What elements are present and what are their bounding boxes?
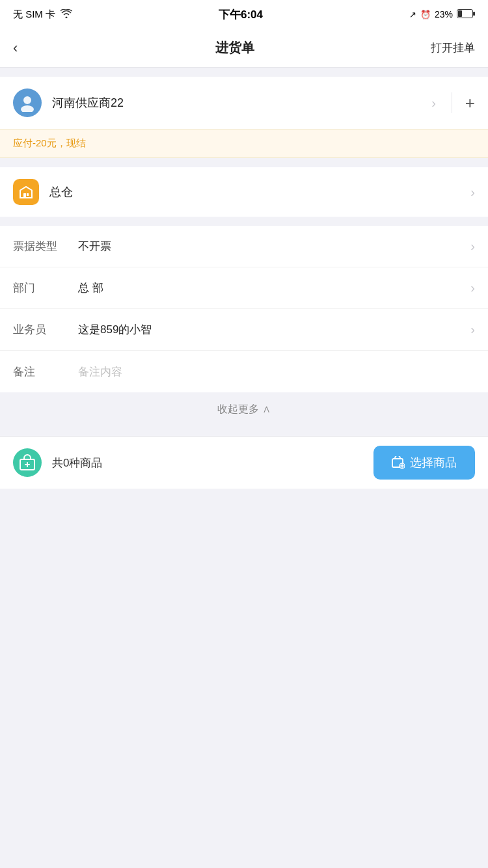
warehouse-icon-wrap (13, 179, 39, 205)
svg-point-3 (23, 96, 31, 104)
form-fields-section: 票据类型 不开票 › 部门 总 部 › 业务员 这是859的小智 › 备注 备注… (0, 226, 488, 392)
section-gap-2 (0, 158, 488, 167)
svg-rect-6 (27, 193, 29, 196)
section-gap-4 (0, 427, 488, 436)
status-time: 下午6:04 (219, 7, 263, 22)
battery-icon (457, 9, 475, 20)
sales-rep-row[interactable]: 业务员 这是859的小智 › (0, 309, 488, 351)
section-gap-3 (0, 217, 488, 226)
supplier-section: 河南供应商22 › + 应付-20元，现结 (0, 77, 488, 158)
supplier-avatar (13, 88, 42, 117)
back-button[interactable]: ‹ (13, 40, 39, 57)
department-row[interactable]: 部门 总 部 › (0, 267, 488, 309)
main-content: 河南供应商22 › + 应付-20元，现结 总仓 › 票 (0, 68, 488, 489)
remark-label: 备注 (13, 364, 78, 379)
svg-point-4 (21, 105, 34, 112)
warehouse-section: 总仓 › (0, 167, 488, 217)
svg-rect-5 (23, 193, 26, 198)
divider (452, 92, 452, 113)
department-value: 总 部 (78, 280, 470, 295)
supplier-name: 河南供应商22 (52, 95, 431, 111)
collapse-button[interactable]: 收起更多 ∧ (0, 392, 488, 427)
wifi-icon (61, 9, 72, 20)
page-title: 进货单 (215, 39, 254, 57)
invoice-type-row[interactable]: 票据类型 不开票 › (0, 226, 488, 267)
status-bar: 无 SIM 卡 下午6:04 ↗ ⏰ 23% (0, 0, 488, 29)
remark-input[interactable]: 备注内容 (78, 364, 475, 379)
section-gap-1 (0, 68, 488, 77)
nav-bar: ‹ 进货单 打开挂单 (0, 29, 488, 68)
sales-rep-label: 业务员 (13, 322, 78, 337)
supplier-arrow-icon: › (431, 96, 436, 111)
open-pending-button[interactable]: 打开挂单 (431, 40, 475, 55)
select-goods-button[interactable]: 选择商品 (373, 446, 475, 480)
svg-rect-2 (458, 10, 462, 17)
invoice-type-label: 票据类型 (13, 239, 78, 254)
status-left: 无 SIM 卡 (13, 8, 72, 21)
goods-count-label: 共0种商品 (52, 455, 363, 470)
warehouse-row[interactable]: 总仓 › (0, 167, 488, 217)
warehouse-arrow-icon: › (470, 185, 475, 200)
department-label: 部门 (13, 280, 78, 295)
department-arrow-icon: › (470, 280, 475, 295)
goods-icon-wrap (13, 448, 42, 477)
supplier-row[interactable]: 河南供应商22 › + (0, 77, 488, 129)
status-right: ↗ ⏰ 23% (409, 9, 475, 20)
svg-rect-1 (473, 12, 475, 16)
select-goods-label: 选择商品 (410, 455, 457, 470)
remark-row[interactable]: 备注 备注内容 (0, 351, 488, 392)
select-goods-icon (392, 456, 405, 469)
alarm-icon: ⏰ (420, 10, 431, 20)
invoice-type-value: 不开票 (78, 239, 470, 254)
sales-rep-value: 这是859的小智 (78, 322, 470, 337)
battery-label: 23% (435, 9, 453, 20)
invoice-type-arrow-icon: › (470, 239, 475, 254)
bottom-bar: 共0种商品 选择商品 (0, 436, 488, 489)
add-supplier-button[interactable]: + (465, 93, 475, 113)
location-icon: ↗ (409, 10, 416, 20)
notice-banner: 应付-20元，现结 (0, 129, 488, 158)
sales-rep-arrow-icon: › (470, 322, 475, 337)
carrier-label: 无 SIM 卡 (13, 8, 55, 21)
warehouse-name: 总仓 (49, 184, 470, 200)
